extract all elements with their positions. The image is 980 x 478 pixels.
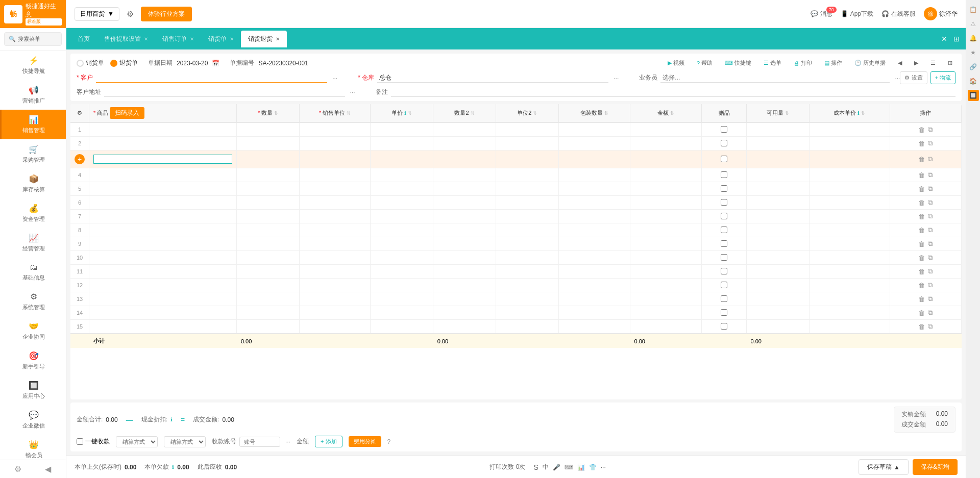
gift-checkbox[interactable] <box>721 126 727 133</box>
salesperson-select-icon[interactable]: ··· <box>895 74 900 82</box>
copy-row-button[interactable]: ⧉ <box>928 267 933 275</box>
copy-row-button[interactable]: ⧉ <box>928 254 933 262</box>
add-payment-button[interactable]: + 添加 <box>315 436 342 447</box>
delete-row-button[interactable]: 🗑 <box>918 171 925 179</box>
help-btn[interactable]: ? 帮助 <box>694 58 716 68</box>
right-panel-btn-5[interactable]: 🔗 <box>968 61 979 72</box>
delete-row-button[interactable]: 🗑 <box>918 185 925 193</box>
right-panel-btn-3[interactable]: 🔔 <box>968 33 979 44</box>
qty2-sort-icon[interactable]: ⇅ <box>471 111 475 116</box>
remark-input[interactable] <box>391 87 955 97</box>
gift-checkbox[interactable] <box>721 282 727 288</box>
copy-row-button[interactable]: ⧉ <box>928 226 933 234</box>
gift-checkbox[interactable] <box>721 156 727 162</box>
tab-order[interactable]: 销售订单 ✕ <box>155 31 201 47</box>
cost-info-icon[interactable]: ℹ <box>857 110 860 116</box>
copy-row-button[interactable]: ⧉ <box>928 139 933 147</box>
copy-row-button[interactable]: ⧉ <box>928 125 933 134</box>
copy-row-button[interactable]: ⧉ <box>928 171 933 179</box>
list-view-btn[interactable]: ☰ <box>927 58 939 68</box>
sidebar-item-apps[interactable]: 🔲 应用中心 <box>0 375 66 405</box>
discount-info-icon[interactable]: ℹ <box>170 417 173 422</box>
table-settings-icon[interactable]: ⚙ <box>77 110 82 116</box>
gift-checkbox[interactable] <box>721 171 727 178</box>
copy-row-button[interactable]: ⧉ <box>928 198 933 207</box>
warehouse-select-icon[interactable]: ··· <box>614 74 619 82</box>
gift-checkbox[interactable] <box>721 254 727 261</box>
form-settings-button[interactable]: ⚙ 设置 <box>900 71 927 84</box>
sidebar-item-wechat[interactable]: 💬 企业微信 <box>0 405 66 435</box>
copy-row-button[interactable]: ⧉ <box>928 295 933 303</box>
delete-row-button[interactable]: 🗑 <box>918 139 925 147</box>
delete-row-button[interactable]: 🗑 <box>918 309 925 317</box>
amount-cell[interactable] <box>630 122 702 137</box>
calendar-icon[interactable]: 📅 <box>212 60 219 67</box>
single-debt-info-icon[interactable]: ℹ <box>172 464 174 470</box>
price-sort-icon[interactable]: ⇅ <box>408 111 412 116</box>
message-button[interactable]: 💬 消息 70 <box>811 10 832 18</box>
delete-row-button[interactable]: 🗑 <box>918 240 925 248</box>
tab-delivery[interactable]: 销货单 ✕ <box>201 31 241 47</box>
address-input[interactable] <box>104 87 345 97</box>
delete-row-button[interactable]: 🗑 <box>918 226 925 234</box>
amount-sort-icon[interactable]: ⇅ <box>670 111 674 116</box>
grid-view-btn[interactable]: ⊞ <box>945 58 955 68</box>
sidebar-item-shortcut[interactable]: ⚡ 快捷导航 <box>0 51 66 80</box>
print-btn[interactable]: 🖨 打印 <box>791 58 815 68</box>
unit-sort-icon[interactable]: ⇅ <box>347 111 351 116</box>
delete-row-button[interactable]: 🗑 <box>918 125 925 134</box>
history-btn[interactable]: 🕒 历史单据 <box>851 58 889 68</box>
gift-checkbox[interactable] <box>721 199 727 206</box>
cost-sort-icon[interactable]: ⇅ <box>861 111 865 116</box>
tab-expand-button[interactable]: ⊞ <box>951 33 962 45</box>
gift-checkbox[interactable] <box>721 268 727 274</box>
sidebar-item-newbie[interactable]: 🎯 新手引导 <box>0 346 66 375</box>
delete-row-button[interactable]: 🗑 <box>918 198 925 207</box>
warehouse-input[interactable] <box>377 73 608 83</box>
tab-close-price[interactable]: ✕ <box>144 36 148 42</box>
unit-cell[interactable] <box>300 122 371 137</box>
qty2-cell[interactable] <box>433 122 496 137</box>
shortcut-btn[interactable]: ⌨ 快捷键 <box>722 58 754 68</box>
tab-close-all-button[interactable]: ✕ <box>939 33 949 45</box>
delete-row-button[interactable]: 🗑 <box>918 212 925 220</box>
pack-sort-icon[interactable]: ⇅ <box>604 111 608 116</box>
tab-home[interactable]: 首页 <box>70 31 97 47</box>
cost-cell[interactable] <box>809 122 890 137</box>
delete-row-button[interactable]: 🗑 <box>918 322 925 331</box>
customer-input[interactable] <box>96 73 327 83</box>
tab-close-return[interactable]: ✕ <box>276 36 280 42</box>
radio-delivery[interactable]: 销货单 <box>77 59 104 67</box>
goods-cell[interactable] <box>89 122 237 137</box>
one-click-pay-checkbox[interactable] <box>77 438 83 445</box>
sidebar-item-sales[interactable]: 📊 销售管理 <box>0 110 66 139</box>
expense-split-button[interactable]: 费用分摊 <box>349 436 381 447</box>
unit2-sort-icon[interactable]: ⇅ <box>533 111 537 116</box>
right-panel-btn-4[interactable]: ★ <box>968 47 979 58</box>
qty-sort-icon[interactable]: ⇅ <box>274 111 278 116</box>
avail-cell[interactable] <box>747 122 810 137</box>
gift-checkbox[interactable] <box>721 240 727 247</box>
sidebar-item-system[interactable]: ⚙ 系统管理 <box>0 287 66 316</box>
tab-close-delivery[interactable]: ✕ <box>230 36 234 42</box>
gift-checkbox[interactable] <box>721 309 727 316</box>
sidebar-item-operations[interactable]: 📈 经营管理 <box>0 228 66 258</box>
trial-plan-button[interactable]: 体验行业方案 <box>141 7 192 21</box>
delete-row-button[interactable]: 🗑 <box>918 155 925 163</box>
delete-row-button[interactable]: 🗑 <box>918 254 925 262</box>
settlement-method-select[interactable]: 结算方式 <box>116 436 158 447</box>
calc-method-select[interactable]: 结算方式 <box>164 436 206 447</box>
gift-checkbox[interactable] <box>721 185 727 192</box>
search-menu-button[interactable]: 🔍 搜索菜单 <box>4 32 62 46</box>
goods-input[interactable] <box>93 155 232 164</box>
unit2-cell[interactable] <box>496 122 558 137</box>
gift-checkbox[interactable] <box>721 227 727 233</box>
sidebar-item-marketing[interactable]: 📢 营销推广 <box>0 80 66 110</box>
active-goods-cell[interactable] <box>89 150 237 168</box>
sidebar-item-finance[interactable]: 💰 资金管理 <box>0 198 66 228</box>
right-panel-btn-2[interactable]: ⚠ <box>968 18 979 30</box>
right-panel-btn-6[interactable]: 🏠 <box>968 76 979 87</box>
select-bill-btn[interactable]: ☰ 选单 <box>761 58 785 68</box>
copy-row-button[interactable]: ⧉ <box>928 155 933 163</box>
add-row-cell[interactable]: + <box>70 150 89 168</box>
